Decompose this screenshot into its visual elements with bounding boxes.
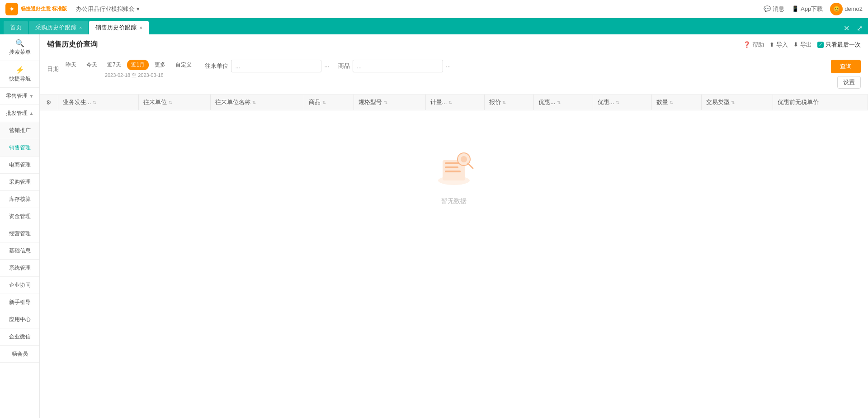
sidebar-item-finance[interactable]: 资金管理 — [0, 208, 39, 225]
tab-purchase-history[interactable]: 采购历史价跟踪 × — [29, 21, 88, 34]
quick-nav-icon: ⚡ — [15, 66, 24, 74]
th-unit[interactable]: 计量... ⇅ — [425, 95, 484, 110]
app-download-action[interactable]: 📱 App下载 — [792, 5, 823, 13]
sidebar-item-inventory[interactable]: 库存核算 — [0, 191, 39, 208]
sidebar-item-search-menu[interactable]: 🔍 搜索菜单 — [0, 34, 39, 61]
th-discount1-label: 优惠... — [538, 99, 557, 105]
date-filter-label: 日期 — [47, 65, 59, 73]
export-btn[interactable]: ⬇ 导出 — [793, 41, 812, 49]
product-input[interactable] — [353, 60, 443, 72]
sort-qty-icon: ⇅ — [670, 100, 673, 105]
sidebar-item-app-center[interactable]: 应用中心 — [0, 311, 39, 328]
th-pre-tax-label: 优惠前无税单价 — [778, 99, 819, 105]
tab-sales-close[interactable]: × — [139, 25, 142, 30]
page-content: 销售历史价查询 ❓ 帮助 ⬆ 导入 ⬇ 导出 ✓ — [40, 34, 868, 418]
top-header: ✦ 畅捷通好生意 标准版 办公用品行业模拟账套 ▾ 💬 消息 📱 App下载 😊… — [0, 0, 868, 18]
date-more-btn[interactable]: 更多 — [151, 60, 170, 70]
sidebar-item-quick-nav[interactable]: ⚡ 快捷导航 — [0, 61, 39, 88]
sidebar-item-member[interactable]: 畅会员 — [0, 346, 39, 363]
content-area: 销售历史价查询 ❓ 帮助 ⬆ 导入 ⬇ 导出 ✓ — [40, 34, 868, 418]
import-btn[interactable]: ⬆ 导入 — [769, 41, 788, 49]
sidebar-item-operations[interactable]: 经营管理 — [0, 225, 39, 242]
sidebar-item-purchase[interactable]: 采购管理 — [0, 174, 39, 191]
date-1month-btn[interactable]: 近1月 — [127, 60, 149, 70]
product-dots-btn[interactable]: ··· — [446, 63, 451, 70]
tab-sales-label: 销售历史价跟踪 — [95, 24, 137, 32]
sidebar-item-system[interactable]: 系统管理 — [0, 260, 39, 277]
retail-label: 零售管理 — [6, 92, 28, 100]
operations-label: 经营管理 — [9, 230, 31, 238]
filter-right: 查询 设置 — [831, 60, 861, 89]
marketing-label: 营销推广 — [9, 127, 31, 134]
sidebar-item-guide[interactable]: 新手引导 — [0, 294, 39, 311]
th-spec-label: 规格型号 — [359, 99, 384, 105]
user-action[interactable]: 😊 demo2 — [830, 3, 863, 15]
sidebar-item-wholesale[interactable]: 批发管理 ▲ — [0, 105, 39, 122]
header-right: 💬 消息 📱 App下载 😊 demo2 — [764, 3, 863, 15]
tab-home-label: 首页 — [10, 24, 22, 32]
sidebar-item-sales-mgmt[interactable]: 销售管理 — [0, 139, 39, 157]
tab-sales-history[interactable]: 销售历史价跟踪 × — [89, 21, 148, 34]
sidebar-item-marketing[interactable]: 营销推广 — [0, 122, 39, 139]
tab-purchase-label: 采购历史价跟踪 — [35, 24, 76, 32]
sidebar-item-ecom[interactable]: 电商管理 — [0, 157, 39, 174]
th-trade-type[interactable]: 交易类型 ⇅ — [701, 95, 773, 110]
empty-text: 暂无数据 — [441, 197, 467, 205]
only-last-label: 只看最后一次 — [826, 41, 861, 49]
th-partner-code[interactable]: 往来单位 ⇅ — [139, 95, 211, 110]
tab-close-all-btn[interactable]: ✕ — [842, 22, 851, 34]
sidebar-item-retail[interactable]: 零售管理 ▼ — [0, 88, 39, 105]
only-last-checkbox-area[interactable]: ✓ 只看最后一次 — [817, 41, 861, 49]
th-quote[interactable]: 报价 ⇅ — [484, 95, 534, 110]
th-discount2[interactable]: 优惠... ⇅ — [593, 95, 651, 110]
th-biz-date-label: 业务发生... — [63, 99, 93, 105]
retail-arrow-icon: ▼ — [29, 94, 34, 99]
sidebar-item-enterprise-collab[interactable]: 企业协同 — [0, 277, 39, 294]
tab-purchase-close[interactable]: × — [79, 25, 82, 30]
only-last-checkbox[interactable]: ✓ — [817, 42, 824, 48]
th-discount1[interactable]: 优惠... ⇅ — [534, 95, 593, 110]
th-product[interactable]: 商品 ⇅ — [304, 95, 354, 110]
inventory-label: 库存核算 — [9, 195, 31, 203]
export-icon: ⬇ — [793, 41, 798, 48]
th-biz-date[interactable]: 业务发生... ⇅ — [58, 95, 139, 110]
help-btn[interactable]: ❓ 帮助 — [743, 41, 764, 49]
th-spec[interactable]: 规格型号 ⇅ — [354, 95, 425, 110]
date-7days-btn[interactable]: 近7天 — [103, 60, 125, 70]
sort-product-icon: ⇅ — [322, 100, 326, 105]
partner-input[interactable] — [231, 60, 321, 72]
filter-settings-button[interactable]: 设置 — [837, 76, 861, 89]
main-layout: 🔍 搜索菜单 ⚡ 快捷导航 零售管理 ▼ 批发管理 ▲ 营销推广 销售管理 电商… — [0, 34, 868, 418]
partner-dots-btn[interactable]: ··· — [324, 63, 329, 70]
sort-spec-icon: ⇅ — [384, 100, 387, 105]
search-menu-icon: 🔍 — [15, 39, 24, 48]
th-pre-tax[interactable]: 优惠前无税单价 — [773, 95, 868, 110]
date-range-display: 2023-02-18 至 2023-03-18 — [105, 72, 164, 79]
th-qty-label: 数量 — [656, 99, 670, 105]
sort-trade-type-icon: ⇅ — [731, 100, 735, 105]
gear-icon: ⚙ — [46, 99, 52, 106]
th-product-label: 商品 — [309, 99, 322, 105]
svg-rect-3 — [445, 166, 458, 168]
svg-rect-4 — [445, 171, 461, 172]
date-yesterday-btn[interactable]: 昨天 — [61, 60, 80, 70]
th-partner-name[interactable]: 往来单位名称 ⇅ — [210, 95, 304, 110]
wholesale-label: 批发管理 — [6, 109, 28, 117]
th-settings[interactable]: ⚙ — [40, 95, 58, 110]
filter-bar: 日期 昨天 今天 近7天 近1月 更多 自定义 2023-02-18 至 202… — [40, 54, 868, 95]
workspace-selector[interactable]: 办公用品行业模拟账套 ▾ — [76, 5, 140, 13]
sidebar-item-enterprise-wechat[interactable]: 企业微信 — [0, 328, 39, 346]
search-button[interactable]: 查询 — [831, 60, 861, 73]
date-today-btn[interactable]: 今天 — [82, 60, 101, 70]
logo-text: 畅捷通好生意 标准版 — [21, 5, 67, 12]
empty-state: 暂无数据 — [40, 110, 868, 242]
date-custom-btn[interactable]: 自定义 — [171, 60, 196, 70]
help-label: 帮助 — [752, 41, 764, 49]
message-action[interactable]: 💬 消息 — [764, 5, 784, 13]
wholesale-arrow-icon: ▲ — [29, 111, 34, 116]
tab-maximize-btn[interactable]: ⤢ — [855, 22, 864, 34]
tab-home[interactable]: 首页 — [4, 21, 28, 34]
partner-filter-label: 往来单位 — [205, 62, 228, 70]
th-qty[interactable]: 数量 ⇅ — [651, 95, 701, 110]
sidebar-item-basic-info[interactable]: 基础信息 — [0, 242, 39, 260]
